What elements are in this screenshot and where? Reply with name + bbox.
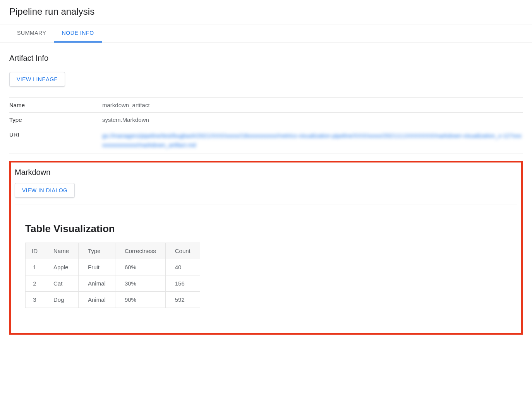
cell-type: Animal <box>79 275 115 292</box>
cell-type: Animal <box>79 292 115 308</box>
cell-count: 156 <box>165 275 200 292</box>
view-in-dialog-button[interactable]: VIEW IN DIALOG <box>15 183 75 198</box>
cell-name: Cat <box>44 275 79 292</box>
tab-summary[interactable]: SUMMARY <box>9 24 54 43</box>
view-lineage-button[interactable]: VIEW LINEAGE <box>9 72 65 87</box>
visualization-table: ID Name Type Correctness Count 1 Apple F… <box>25 243 200 308</box>
cell-id: 1 <box>26 259 44 275</box>
artifact-row-name: Name markdown_artifact <box>9 98 523 113</box>
cell-type: Fruit <box>79 259 115 275</box>
cell-correctness: 90% <box>115 292 165 308</box>
artifact-type-label: Type <box>9 113 102 127</box>
artifact-row-uri: URI gs://managers/pipeline/test/bugbash/… <box>9 127 523 154</box>
artifact-type-value: system.Markdown <box>102 113 523 127</box>
markdown-section-title: Markdown <box>15 168 517 177</box>
tab-bar: SUMMARY NODE INFO <box>0 24 532 43</box>
artifact-row-type: Type system.Markdown <box>9 113 523 127</box>
table-header-row: ID Name Type Correctness Count <box>26 243 200 259</box>
col-correctness: Correctness <box>115 243 165 259</box>
table-row: 3 Dog Animal 90% 592 <box>26 292 200 308</box>
cell-count: 592 <box>165 292 200 308</box>
artifact-info-table: Name markdown_artifact Type system.Markd… <box>9 97 523 154</box>
cell-correctness: 30% <box>115 275 165 292</box>
cell-name: Apple <box>44 259 79 275</box>
table-row: 1 Apple Fruit 60% 40 <box>26 259 200 275</box>
artifact-uri-value[interactable]: gs://managers/pipeline/test/bugbash/2021… <box>102 127 523 154</box>
cell-correctness: 60% <box>115 259 165 275</box>
col-id: ID <box>26 243 44 259</box>
artifact-uri-label: URI <box>9 127 102 154</box>
page-title: Pipeline run analysis <box>0 0 532 24</box>
artifact-info-title: Artifact Info <box>9 54 523 63</box>
cell-name: Dog <box>44 292 79 308</box>
markdown-heading: Table Visualization <box>25 223 507 235</box>
col-name: Name <box>44 243 79 259</box>
cell-id: 3 <box>26 292 44 308</box>
cell-count: 40 <box>165 259 200 275</box>
markdown-render-area: Table Visualization ID Name Type Correct… <box>15 205 517 326</box>
markdown-highlight-box: Markdown VIEW IN DIALOG Table Visualizat… <box>9 161 523 335</box>
col-type: Type <box>79 243 115 259</box>
artifact-name-value: markdown_artifact <box>102 98 523 113</box>
table-row: 2 Cat Animal 30% 156 <box>26 275 200 292</box>
col-count: Count <box>165 243 200 259</box>
tab-node-info[interactable]: NODE INFO <box>54 24 102 43</box>
artifact-uri-link-redacted: gs://managers/pipeline/test/bugbash/2021… <box>102 132 522 148</box>
cell-id: 2 <box>26 275 44 292</box>
content-area: Artifact Info VIEW LINEAGE Name markdown… <box>0 43 532 350</box>
artifact-name-label: Name <box>9 98 102 113</box>
